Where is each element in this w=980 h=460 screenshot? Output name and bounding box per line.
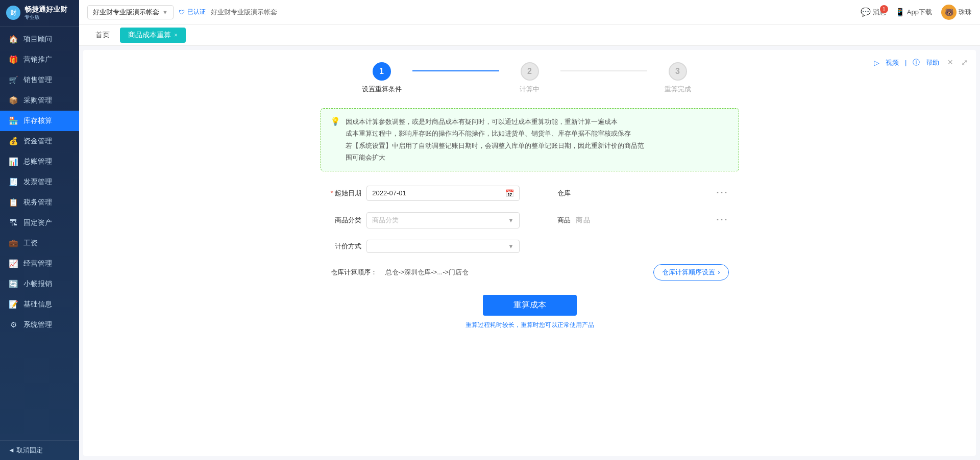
unpin-label: ◄ 取消固定: [8, 446, 43, 455]
recalculate-button[interactable]: 重算成本: [483, 295, 577, 316]
calc-order-btn-label: 仓库计算顺序设置: [662, 268, 715, 277]
verified-label: 已认证: [187, 8, 206, 16]
product-group: 商品 商品 ···: [540, 215, 729, 225]
start-date-value: 2022-07-01: [372, 189, 406, 197]
sidebar-item-label: 工资: [23, 239, 38, 248]
user-name: 珠珠: [959, 8, 972, 17]
shield-icon: 🛡: [179, 9, 185, 16]
sidebar-unpin-button[interactable]: ◄ 取消固定: [0, 440, 79, 460]
warehouse-input[interactable]: ···: [576, 188, 729, 198]
sidebar-item-label: 小畅报销: [23, 279, 52, 289]
sidebar-item-marketing[interactable]: 🎁 营销推广: [0, 49, 79, 70]
stepper-inner: 1 设置重算条件 2 计算中 3 重算完成: [351, 62, 708, 94]
form-row-3: 计价方式 ▼: [331, 240, 729, 253]
chevron-right-icon: ›: [718, 268, 720, 276]
verified-badge: 🛡 已认证: [179, 8, 206, 16]
pricing-select[interactable]: ▼: [366, 240, 520, 253]
basic-icon: 📝: [8, 300, 18, 309]
topbar: 好业财专业版演示帐套 ▼ 🛡 已认证 好业财专业版演示帐套 💬 消息 1 📱 A…: [79, 0, 980, 24]
sales-icon: 🛒: [8, 75, 18, 85]
step-2: 2 计算中: [499, 62, 560, 94]
submit-hint: 重算过程耗时较长，重算时您可以正常使用产品: [331, 321, 729, 329]
app-download-label: App下载: [907, 8, 932, 17]
sidebar-item-accounting[interactable]: 📊 总账管理: [0, 151, 79, 172]
start-date-input[interactable]: 2022-07-01 📅: [366, 186, 519, 201]
sidebar-item-system[interactable]: ⚙ 系统管理: [0, 315, 79, 335]
verified-account-name: 好业财专业版演示帐套: [211, 8, 277, 17]
step-2-circle: 2: [521, 62, 539, 81]
message-button[interactable]: 💬 消息 1: [861, 7, 886, 17]
account-dropdown-arrow: ▼: [162, 9, 168, 15]
sidebar-item-project[interactable]: 🏠 项目顾问: [0, 29, 79, 49]
sidebar-item-sales[interactable]: 🛒 销售管理: [0, 70, 79, 90]
calc-order-settings-button[interactable]: 仓库计算顺序设置 ›: [653, 264, 728, 280]
app-download-button[interactable]: 📱 App下载: [895, 8, 932, 17]
sidebar-item-label: 经营管理: [23, 259, 52, 268]
step-2-label: 计算中: [520, 85, 540, 94]
tab-close-button[interactable]: ×: [174, 32, 178, 39]
sidebar-item-expense[interactable]: 🔄 小畅报销: [0, 274, 79, 294]
sidebar: 财 畅捷通好业财 专业版 🏠 项目顾问 🎁 营销推广 🛒 销售管理 📦 采购管理…: [0, 0, 79, 460]
expand-panel-button[interactable]: ⤢: [961, 58, 968, 67]
sidebar-item-label: 库存核算: [23, 116, 52, 125]
sidebar-item-purchase[interactable]: 📦 采购管理: [0, 90, 79, 111]
user-profile[interactable]: 🐻 珠珠: [941, 5, 972, 20]
start-date-label: * 起始日期: [331, 189, 362, 198]
pricing-group: 计价方式 ▼: [331, 240, 520, 253]
notification-badge: 1: [880, 5, 888, 13]
tab-cost-recalc[interactable]: 商品成本重算 ×: [120, 28, 186, 43]
sidebar-item-operation[interactable]: 📈 经营管理: [0, 253, 79, 274]
sidebar-item-label: 项目顾问: [23, 35, 52, 44]
recalculate-label: 重算成本: [513, 300, 546, 309]
sidebar-item-finance[interactable]: 💰 资金管理: [0, 131, 79, 151]
product-input[interactable]: 商品 ···: [576, 215, 729, 225]
pricing-arrow-icon: ▼: [508, 243, 514, 249]
category-label: 商品分类: [331, 216, 361, 225]
finance-icon: 💰: [8, 137, 18, 146]
submit-area: 重算成本 重算过程耗时较长，重算时您可以正常使用产品: [331, 295, 729, 329]
sidebar-item-salary[interactable]: 💼 工资: [0, 233, 79, 253]
stepper: 1 设置重算条件 2 计算中 3 重算完成: [100, 62, 960, 94]
sidebar-item-basic[interactable]: 📝 基础信息: [0, 294, 79, 315]
step-1: 1 设置重算条件: [351, 62, 412, 94]
main-area: 好业财专业版演示帐套 ▼ 🛡 已认证 好业财专业版演示帐套 💬 消息 1 📱 A…: [79, 0, 980, 460]
category-select[interactable]: 商品分类 ▼: [366, 212, 520, 228]
account-selector[interactable]: 好业财专业版演示帐套 ▼: [87, 5, 174, 19]
category-placeholder: 商品分类: [372, 216, 399, 225]
calc-order-value: 总仓->深圳仓库->...->门店仓: [385, 268, 646, 277]
logo-name: 畅捷通好业财: [24, 5, 67, 14]
logo-icon: 财: [6, 6, 20, 20]
info-line-3: 若【系统设置】中启用了自动调整记账日期时，会调整入库单的整单记账日期，因此重新计…: [346, 140, 644, 151]
purchase-icon: 📦: [8, 96, 18, 105]
logo-text-group: 畅捷通好业财 专业版: [24, 5, 67, 21]
sidebar-logo: 财 畅捷通好业财 专业版: [0, 0, 79, 27]
sidebar-item-invoice[interactable]: 🧾 发票管理: [0, 172, 79, 192]
info-line-2: 成本重算过程中，影响库存账的操作均不能操作，比如进货单、销货单、库存单据不能审核…: [346, 127, 644, 139]
tab-home-label: 首页: [95, 31, 110, 40]
sidebar-item-label: 基础信息: [23, 300, 52, 309]
info-line-4: 围可能会扩大: [346, 151, 644, 163]
step-3-circle: 3: [669, 62, 687, 81]
sidebar-item-label: 系统管理: [23, 320, 52, 329]
tab-home[interactable]: 首页: [87, 28, 118, 43]
form-section: * 起始日期 2022-07-01 📅 仓库 ··· 商品分: [321, 186, 739, 329]
step-3: 3 重算完成: [647, 62, 708, 94]
product-placeholder: 商品: [576, 216, 717, 225]
sidebar-item-tax[interactable]: 📋 税务管理: [0, 192, 79, 213]
sidebar-item-assets[interactable]: 🏗 固定资产: [0, 213, 79, 233]
category-group: 商品分类 商品分类 ▼: [331, 212, 520, 228]
operation-icon: 📈: [8, 259, 18, 268]
info-box-content: 💡 因成本计算参数调整，或是对商品成本有疑问时，可以通过成本重算功能，重新计算一…: [330, 116, 729, 164]
mobile-icon: 📱: [895, 8, 905, 17]
sidebar-item-label: 资金管理: [23, 137, 52, 146]
sidebar-item-label: 税务管理: [23, 198, 52, 207]
info-box: 💡 因成本计算参数调整，或是对商品成本有疑问时，可以通过成本重算功能，重新计算一…: [321, 108, 739, 171]
marketing-icon: 🎁: [8, 55, 18, 64]
sidebar-item-label: 销售管理: [23, 75, 52, 85]
avatar: 🐻: [941, 5, 957, 20]
accounting-icon: 📊: [8, 157, 18, 166]
calc-order-row: 仓库计算顺序： 总仓->深圳仓库->...->门店仓 仓库计算顺序设置 ›: [331, 264, 729, 280]
sidebar-item-inventory[interactable]: 🏪 库存核算: [0, 111, 79, 131]
sidebar-menu: 🏠 项目顾问 🎁 营销推广 🛒 销售管理 📦 采购管理 🏪 库存核算 💰 资金管…: [0, 27, 79, 440]
product-label: 商品: [540, 216, 571, 225]
